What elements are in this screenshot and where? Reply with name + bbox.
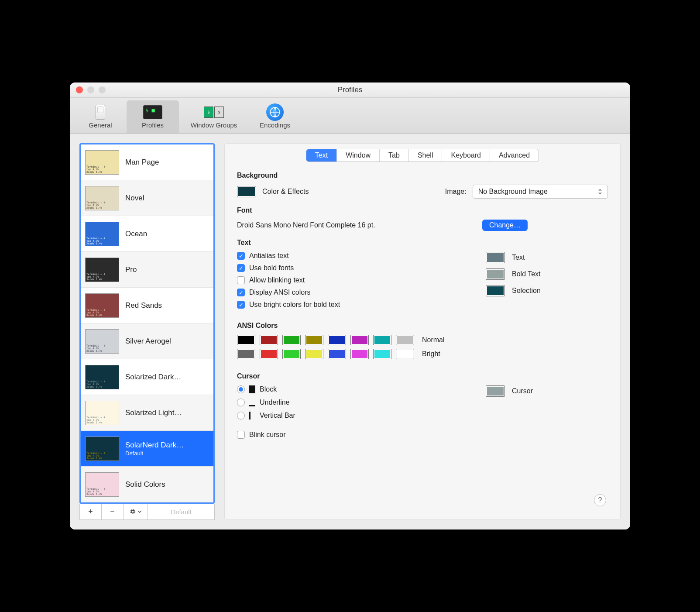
radio-icon <box>237 399 245 406</box>
change-font-button[interactable]: Change… <box>482 220 528 231</box>
select-value: No Background Image <box>478 188 548 196</box>
color-well[interactable] <box>486 252 505 263</box>
cursor-radio-row[interactable]: Underline <box>237 399 460 406</box>
toolbar-profiles[interactable]: Profiles <box>127 100 179 133</box>
profile-item[interactable]: Terminal — #top 4.7%Xcode 1.4%Novel <box>81 180 213 216</box>
set-default-button[interactable]: Default <box>148 504 214 519</box>
globe-icon <box>266 103 284 121</box>
toolbar-label: General <box>74 121 127 129</box>
windowgroup-icon: $$ <box>204 107 224 118</box>
ansi-swatch[interactable] <box>396 335 414 345</box>
profile-item[interactable]: Terminal — #top 4.7%Xcode 1.4%Silver Aer… <box>81 323 213 359</box>
ansi-swatch[interactable] <box>260 349 278 359</box>
gear-icon <box>130 509 136 515</box>
profile-item[interactable]: Terminal — #top 4.7%Xcode 1.4%Solarized … <box>81 395 213 431</box>
zoom-icon[interactable] <box>99 86 106 93</box>
checkbox-row[interactable]: ✓Antialias text <box>237 252 460 260</box>
action-menu[interactable] <box>124 504 148 519</box>
image-label: Image: <box>445 188 467 196</box>
minimize-icon[interactable] <box>87 86 94 93</box>
profile-thumbnail: Terminal — #top 4.7%Xcode 1.4% <box>85 401 119 425</box>
profile-item[interactable]: Terminal — #top 4.7%Xcode 1.4%Ocean <box>81 216 213 252</box>
profile-item[interactable]: Terminal — #top 4.7%Xcode 1.4%Solid Colo… <box>81 467 213 502</box>
color-well[interactable] <box>486 268 505 280</box>
remove-button[interactable]: − <box>102 504 124 519</box>
sidebar: Terminal — #top 4.7%Xcode 1.4%Man PageTe… <box>79 143 215 520</box>
ansi-bright-row: Bright <box>237 349 608 359</box>
ansi-normal-row: Normal <box>237 335 608 345</box>
cursor-color-well[interactable] <box>486 385 505 397</box>
preferences-window: Profiles General Profiles $$ Window Grou… <box>70 83 630 529</box>
ansi-swatch[interactable] <box>373 335 391 345</box>
cursor-well-label: Cursor <box>512 387 533 395</box>
checkbox-label: Blink cursor <box>249 431 286 439</box>
color-well[interactable] <box>486 285 505 296</box>
blink-cursor-checkbox[interactable]: Blink cursor <box>237 431 460 439</box>
radio-label: Underline <box>260 399 289 406</box>
profile-thumbnail: Terminal — #top 4.7%Xcode 1.4% <box>85 365 119 389</box>
help-button[interactable]: ? <box>594 494 606 506</box>
checkbox-row[interactable]: ✓Display ANSI colors <box>237 289 460 296</box>
text-checks: ✓Antialias text✓Use bold fontsAllow blin… <box>237 252 460 309</box>
profile-thumbnail: Terminal — #top 4.7%Xcode 1.4% <box>85 293 119 318</box>
tab-strip: TextWindowTabShellKeyboardAdvanced <box>306 149 539 162</box>
ansi-swatch[interactable] <box>373 349 391 359</box>
toolbar-window-groups[interactable]: $$ Window Groups <box>179 100 249 133</box>
profile-item[interactable]: Terminal — #top 4.7%Xcode 1.4%Solarized … <box>81 359 213 395</box>
ansi-swatch[interactable] <box>396 349 414 359</box>
tab-window[interactable]: Window <box>337 149 380 162</box>
ansi-swatch[interactable] <box>260 335 278 345</box>
tab-keyboard[interactable]: Keyboard <box>442 149 490 162</box>
profile-thumbnail: Terminal — #top 4.7%Xcode 1.4% <box>85 472 119 497</box>
ansi-row-label: Bright <box>422 350 440 358</box>
profile-thumbnail: Terminal — #top 4.7%Xcode 1.4% <box>85 329 119 354</box>
close-icon[interactable] <box>76 86 83 93</box>
font-row: Droid Sans Mono Nerd Font Complete 16 pt… <box>237 220 608 231</box>
font-description: Droid Sans Mono Nerd Font Complete 16 pt… <box>237 221 375 229</box>
ansi-swatch[interactable] <box>350 349 369 359</box>
color-well-label: Bold Text <box>512 270 541 278</box>
ansi-swatch[interactable] <box>328 349 346 359</box>
checkbox-icon <box>237 276 245 284</box>
checkbox-row[interactable]: ✓Use bold fonts <box>237 264 460 272</box>
ansi-swatch[interactable] <box>350 335 369 345</box>
background-color-well[interactable] <box>237 186 256 197</box>
toolbar: General Profiles $$ Window Groups Encodi… <box>70 98 630 134</box>
checkbox-row[interactable]: ✓Use bright colors for bold text <box>237 301 460 309</box>
checkbox-icon: ✓ <box>237 252 245 260</box>
cursor-well-row: Cursor <box>486 385 608 397</box>
window-title: Profiles <box>70 86 630 94</box>
cursor-radio-row[interactable]: Vertical Bar <box>237 412 460 419</box>
profile-label: Solarized Light… <box>125 408 182 417</box>
profile-item[interactable]: Terminal — #top 4.7%Xcode 1.4%Red Sands <box>81 288 213 323</box>
add-button[interactable]: + <box>80 504 102 519</box>
ansi-swatch[interactable] <box>237 349 255 359</box>
cursor-radio-row[interactable]: Block <box>237 385 460 393</box>
cursor-well-col: Cursor <box>486 385 608 439</box>
checkbox-icon <box>237 431 245 439</box>
tab-tab[interactable]: Tab <box>380 149 409 162</box>
toolbar-general[interactable]: General <box>74 100 127 133</box>
checkbox-row[interactable]: Allow blinking text <box>237 276 460 284</box>
ansi-swatch[interactable] <box>282 349 301 359</box>
toolbar-label: Profiles <box>127 121 179 129</box>
radio-label: Block <box>260 385 277 393</box>
profile-list[interactable]: Terminal — #top 4.7%Xcode 1.4%Man PageTe… <box>79 143 215 504</box>
profile-item[interactable]: Terminal — #top 4.7%Xcode 1.4%SolarNerd … <box>81 431 213 467</box>
ansi-swatch[interactable] <box>305 349 323 359</box>
profile-item[interactable]: Terminal — #top 4.7%Xcode 1.4%Man Page <box>81 144 213 180</box>
ansi-swatch[interactable] <box>237 335 255 345</box>
background-image-select[interactable]: No Background Image <box>473 185 608 199</box>
tab-advanced[interactable]: Advanced <box>490 149 539 162</box>
profile-label: Novel <box>125 193 144 203</box>
profile-label: SolarNerd Dark…Default <box>125 440 184 456</box>
profile-label: Man Page <box>125 158 159 167</box>
tab-shell[interactable]: Shell <box>409 149 443 162</box>
toolbar-encodings[interactable]: Encodings <box>249 100 301 133</box>
ansi-swatch[interactable] <box>282 335 301 345</box>
profile-item[interactable]: Terminal — #top 4.7%Xcode 1.4%Pro <box>81 252 213 288</box>
profile-label: Solarized Dark… <box>125 372 182 382</box>
ansi-swatch[interactable] <box>305 335 323 345</box>
ansi-swatch[interactable] <box>328 335 346 345</box>
tab-text[interactable]: Text <box>306 149 337 162</box>
